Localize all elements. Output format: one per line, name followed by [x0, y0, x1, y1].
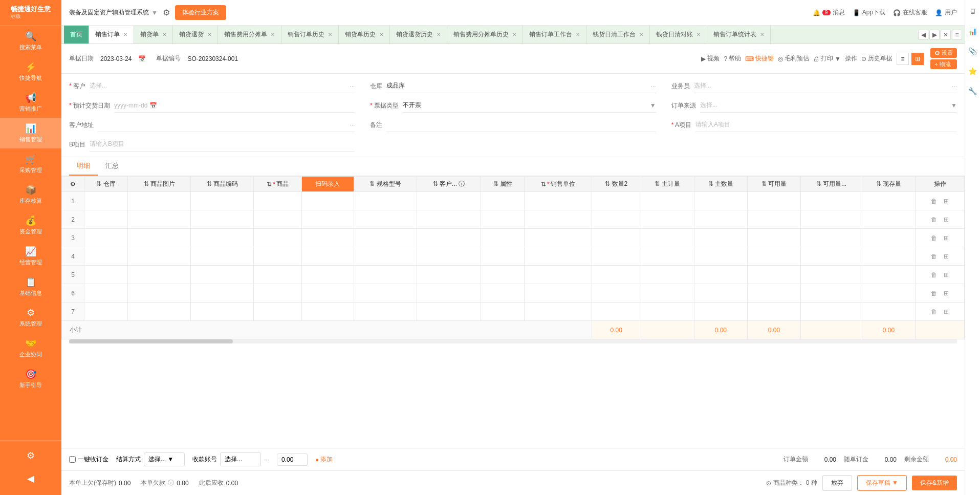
- row-current-stock-4[interactable]: [862, 247, 915, 266]
- row-product-image-1[interactable]: [128, 192, 191, 210]
- row-product-5[interactable]: [254, 266, 302, 284]
- sidebar-settings-btn[interactable]: ⚙: [0, 445, 61, 468]
- tab-close-icon[interactable]: ✕: [639, 32, 643, 37]
- row-current-stock-3[interactable]: [862, 229, 915, 247]
- row-warehouse-6[interactable]: [84, 284, 127, 303]
- row-attribute-2[interactable]: [481, 210, 525, 229]
- b-project-placeholder[interactable]: 请输入B项目: [90, 140, 124, 148]
- row-main-unit-7[interactable]: [641, 303, 694, 321]
- online-support-btn[interactable]: 🎧 在线客服: [893, 8, 927, 17]
- row-spec-4[interactable]: [354, 247, 417, 266]
- horizontal-scrollbar[interactable]: [69, 339, 957, 343]
- row-copy-icon-5[interactable]: ⊞: [941, 270, 951, 280]
- row-attribute-7[interactable]: [481, 303, 525, 321]
- sidebar-item-system[interactable]: ⚙ 系统管理: [0, 302, 61, 333]
- col-product[interactable]: ⇅ *商品: [254, 177, 302, 192]
- row-warehouse-5[interactable]: [84, 266, 127, 284]
- row-current-stock-5[interactable]: [862, 266, 915, 284]
- row-sales-unit-2[interactable]: [525, 210, 592, 229]
- tab-invoice-history[interactable]: 销货单历史 ✕: [339, 26, 390, 44]
- row-current-stock-7[interactable]: [862, 303, 915, 321]
- col-product-code[interactable]: ⇅ 商品编码: [191, 177, 254, 192]
- row-current-stock-2[interactable]: [862, 210, 915, 229]
- row-product-2[interactable]: [254, 210, 302, 229]
- tab-prev-btn[interactable]: ◀: [918, 30, 928, 40]
- col-available2[interactable]: ⇅ 可用量...: [801, 177, 862, 192]
- row-delete-icon-2[interactable]: 🗑: [929, 214, 939, 225]
- row-spec-6[interactable]: [354, 284, 417, 303]
- row-available-3[interactable]: [747, 229, 800, 247]
- row-scan-7[interactable]: [301, 303, 354, 321]
- tab-close-icon[interactable]: ✕: [271, 32, 275, 37]
- calendar-icon[interactable]: 📅: [149, 102, 157, 109]
- calendar-icon[interactable]: 📅: [138, 55, 146, 62]
- tab-daily-reconcile[interactable]: 钱货日清对账 ✕: [650, 26, 707, 44]
- order-source-placeholder[interactable]: 选择...: [700, 101, 717, 110]
- row-copy-icon-7[interactable]: ⊞: [941, 307, 951, 317]
- tab-close-icon[interactable]: ✕: [379, 32, 383, 37]
- right-panel-icon-3[interactable]: 📎: [967, 45, 979, 57]
- row-current-stock-1[interactable]: [862, 192, 915, 210]
- row-warehouse-7[interactable]: [84, 303, 127, 321]
- row-warehouse-4[interactable]: [84, 247, 127, 266]
- row-main-qty-7[interactable]: [694, 303, 747, 321]
- row-available2-2[interactable]: [801, 210, 862, 229]
- tab-sales-order-history[interactable]: 销售订单历史 ✕: [281, 26, 339, 44]
- row-product-6[interactable]: [254, 284, 302, 303]
- row-customer-code-6[interactable]: [417, 284, 481, 303]
- row-copy-icon-2[interactable]: ⊞: [941, 214, 951, 225]
- row-main-unit-5[interactable]: [641, 266, 694, 284]
- receipt-account-select[interactable]: 选择...: [220, 453, 261, 466]
- row-copy-icon-4[interactable]: ⊞: [941, 251, 951, 262]
- row-main-qty-3[interactable]: [694, 229, 747, 247]
- row-customer-code-5[interactable]: [417, 266, 481, 284]
- row-product-code-2[interactable]: [191, 210, 254, 229]
- col-attribute[interactable]: ⇅ 属性: [481, 177, 525, 192]
- video-btn[interactable]: ▶ 视频: [701, 54, 720, 63]
- save-draft-btn[interactable]: 保存草稿 ▼: [857, 475, 907, 491]
- col-spec[interactable]: ⇅ 规格型号: [354, 177, 417, 192]
- order-source-dropdown-icon[interactable]: ▼: [951, 102, 957, 109]
- row-qty2-2[interactable]: [592, 210, 641, 229]
- row-product-code-4[interactable]: [191, 247, 254, 266]
- row-sales-unit-3[interactable]: [525, 229, 592, 247]
- notifications-btn[interactable]: 🔔 9 消息: [813, 8, 845, 17]
- col-product-image[interactable]: ⇅ 商品图片: [128, 177, 191, 192]
- row-product-image-5[interactable]: [128, 266, 191, 284]
- delivery-date-placeholder[interactable]: yyyy-mm-dd: [114, 102, 147, 109]
- row-customer-code-7[interactable]: [417, 303, 481, 321]
- row-scan-6[interactable]: [301, 284, 354, 303]
- row-main-qty-2[interactable]: [694, 210, 747, 229]
- shortcut-btn[interactable]: ⌨ 快捷键: [745, 54, 774, 63]
- row-available2-5[interactable]: [801, 266, 862, 284]
- row-qty2-3[interactable]: [592, 229, 641, 247]
- col-gear[interactable]: ⚙: [62, 177, 84, 192]
- row-available2-3[interactable]: [801, 229, 862, 247]
- row-qty2-4[interactable]: [592, 247, 641, 266]
- scrollbar-thumb[interactable]: [69, 339, 233, 343]
- row-current-stock-6[interactable]: [862, 284, 915, 303]
- one-click-checkout-checkbox[interactable]: 一键收订金: [69, 455, 108, 464]
- row-product-image-6[interactable]: [128, 284, 191, 303]
- add-btn[interactable]: ● 添加: [315, 455, 333, 464]
- help-btn[interactable]: ? 帮助: [724, 54, 741, 63]
- profit-preview-btn[interactable]: ◎ 毛利预估: [778, 54, 809, 63]
- row-warehouse-3[interactable]: [84, 229, 127, 247]
- grid-view-btn[interactable]: ⊞: [911, 53, 924, 65]
- row-available-2[interactable]: [747, 210, 800, 229]
- settings-icon[interactable]: ⚙: [163, 8, 170, 17]
- history-btn[interactable]: ⊙ 历史单据: [861, 54, 892, 63]
- sidebar-item-basic-info[interactable]: 📋 基础信息: [0, 271, 61, 302]
- row-attribute-4[interactable]: [481, 247, 525, 266]
- right-panel-icon-2[interactable]: 📊: [967, 25, 979, 37]
- row-scan-4[interactable]: [301, 247, 354, 266]
- row-delete-icon-7[interactable]: 🗑: [929, 307, 939, 317]
- tab-detail[interactable]: 明细: [69, 157, 98, 176]
- tab-return-history[interactable]: 销货退货历史 ✕: [390, 26, 447, 44]
- row-product-code-5[interactable]: [191, 266, 254, 284]
- col-main-unit[interactable]: ⇅ 主计量: [641, 177, 694, 192]
- row-product-code-1[interactable]: [191, 192, 254, 210]
- tab-summary[interactable]: 汇总: [98, 157, 126, 176]
- row-customer-code-2[interactable]: [417, 210, 481, 229]
- tab-close-icon[interactable]: ✕: [162, 32, 166, 37]
